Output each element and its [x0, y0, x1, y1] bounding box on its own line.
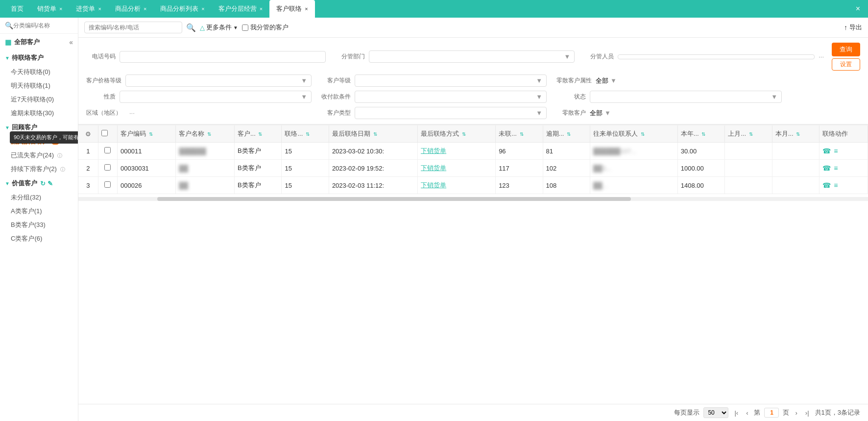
- row-checkbox-1[interactable]: [104, 147, 111, 153]
- sidebar-item-today-pending[interactable]: 今天待联络(0): [0, 65, 78, 79]
- filter-inline-select-retail-attr[interactable]: 全部 ▼: [596, 76, 617, 85]
- settings-button[interactable]: 设置: [832, 58, 860, 71]
- filter-select-person[interactable]: [618, 54, 815, 59]
- tab-goods-analysis-list-close[interactable]: ×: [201, 6, 204, 12]
- dots-icon-region[interactable]: ···: [129, 109, 135, 117]
- query-button[interactable]: 查询: [832, 43, 860, 56]
- sidebar-item-churned[interactable]: 已流失客户(24) ⓘ: [0, 149, 78, 162]
- more-action-icon-2[interactable]: ≡: [834, 164, 838, 172]
- my-customers-checkbox[interactable]: [242, 25, 248, 31]
- sidebar-search-icon: 🔍: [5, 22, 13, 29]
- sidebar-group-pending[interactable]: ▼ 待联络客户: [0, 50, 78, 65]
- filter-search-input[interactable]: [84, 22, 182, 33]
- last-page-button[interactable]: ›|: [803, 408, 811, 418]
- more-action-icon-1[interactable]: ≡: [834, 147, 838, 155]
- link-last-contact-method-3[interactable]: 下销货单: [421, 181, 446, 189]
- filter-select-payment[interactable]: ▼: [355, 91, 547, 103]
- table-row: 1 000011 ██████ B类客户 15 2023-03-02 10:30…: [78, 143, 868, 160]
- sidebar-item-class-a[interactable]: A类客户(1): [0, 204, 78, 218]
- next-page-button[interactable]: ›: [793, 408, 799, 418]
- select-all-checkbox[interactable]: [101, 130, 108, 136]
- edit-icon[interactable]: ✎: [48, 180, 53, 187]
- col-overdue[interactable]: 逾期... ⇅: [543, 125, 590, 143]
- filter-select-customer-type[interactable]: ▼: [355, 107, 547, 119]
- tab-customer-contact-close[interactable]: ×: [305, 6, 308, 12]
- sidebar-item-ungrouped[interactable]: 未分组(32): [0, 191, 78, 204]
- sidebar-all-customers[interactable]: ▦ 全部客户 «: [0, 34, 78, 50]
- col-last-contact-method[interactable]: 最后联络方式 ⇅: [418, 125, 496, 143]
- tab-goods-analysis[interactable]: 商品分析 ×: [108, 0, 153, 18]
- col-last-contact-date[interactable]: 最后联络日期 ⇅: [329, 125, 417, 143]
- col-checkbox[interactable]: [98, 125, 118, 143]
- cell-last-contact-method-1[interactable]: 下销货单: [418, 143, 496, 160]
- contact-icon-1[interactable]: ☎: [822, 147, 831, 155]
- sidebar-item-overdue-pending[interactable]: 逾期未联络(30): [0, 106, 78, 120]
- contact-icon-2[interactable]: ☎: [822, 164, 831, 172]
- blurred-name-2: ██: [179, 165, 188, 172]
- filter-input-phone[interactable]: [120, 51, 326, 63]
- col-contact[interactable]: 联络... ⇅: [282, 125, 329, 143]
- cell-check-3[interactable]: [98, 177, 118, 194]
- col-settings[interactable]: ⚙: [78, 125, 98, 143]
- row-checkbox-2[interactable]: [104, 164, 111, 171]
- sidebar-item-declining[interactable]: 持续下滑客户(2) ⓘ: [0, 162, 78, 176]
- cell-last-contact-date-2: 2023-02-09 19:52:: [329, 160, 417, 177]
- col-last-month[interactable]: 上月... ⇅: [725, 125, 772, 143]
- dots-icon-person[interactable]: ···: [819, 53, 824, 60]
- tab-purchase-close[interactable]: ×: [98, 6, 101, 12]
- link-last-contact-method-2[interactable]: 下销货单: [421, 164, 446, 172]
- sidebar-group-value[interactable]: ▼ 价值客户 ↻ ✎: [0, 176, 78, 191]
- col-code-label: 客户编码: [121, 130, 146, 137]
- filter-select-dept[interactable]: ▼: [369, 50, 575, 63]
- tab-home[interactable]: 首页: [4, 0, 30, 18]
- tab-sales-close[interactable]: ×: [59, 6, 62, 12]
- tab-customer-tier[interactable]: 客户分层经营 ×: [212, 0, 269, 18]
- my-customers-checkbox-label[interactable]: 我分管的客户: [242, 23, 289, 32]
- col-uncontact[interactable]: 未联... ⇅: [496, 125, 543, 143]
- sidebar-item-class-b[interactable]: B类客户(33): [0, 218, 78, 232]
- link-last-contact-method-1[interactable]: 下销货单: [421, 147, 446, 154]
- filter-select-price-tier[interactable]: ▼: [125, 74, 312, 87]
- tab-sales[interactable]: 销货单 ×: [30, 0, 69, 18]
- sidebar-item-tomorrow-pending[interactable]: 明天待联络(1): [0, 79, 78, 93]
- col-name[interactable]: 客户名称 ⇅: [176, 125, 234, 143]
- row-checkbox-3[interactable]: [104, 181, 111, 188]
- per-page-select[interactable]: 50 100: [703, 407, 728, 418]
- sidebar-collapse-button[interactable]: «: [69, 38, 73, 46]
- close-all-tabs-button[interactable]: ×: [852, 4, 864, 13]
- page-number-input[interactable]: [764, 408, 779, 418]
- col-this-month[interactable]: 本月... ⇅: [772, 125, 819, 143]
- filter-search-button[interactable]: 🔍: [186, 23, 196, 32]
- cell-last-contact-method-2[interactable]: 下销货单: [418, 160, 496, 177]
- filter-select-customer-tier[interactable]: ▼: [355, 74, 547, 87]
- sidebar-item-class-c[interactable]: C类客户(6): [0, 232, 78, 246]
- table-row: 3 000026 ██ B类客户 15 2023-02-03 11:12: 下销…: [78, 177, 868, 194]
- tab-customer-contact-label: 客户联络: [276, 4, 302, 13]
- horizontal-scrollbar-track[interactable]: [78, 197, 868, 201]
- export-button[interactable]: ↑ 导出: [844, 23, 862, 32]
- tab-customer-tier-close[interactable]: ×: [260, 6, 263, 12]
- sidebar-search-input[interactable]: [13, 22, 78, 29]
- filter-inline-select-retail[interactable]: 全部 ▼: [590, 109, 611, 118]
- col-unit-contact[interactable]: 往来单位联系人 ⇅: [590, 125, 678, 143]
- contact-icon-3[interactable]: ☎: [822, 181, 831, 189]
- filter-select-status[interactable]: ▼: [590, 91, 782, 103]
- tab-customer-contact[interactable]: 客户联络 ×: [269, 0, 314, 18]
- col-type[interactable]: 客户... ⇅: [234, 125, 281, 143]
- refresh-icon[interactable]: ↻: [40, 180, 46, 187]
- cell-check-1[interactable]: [98, 143, 118, 160]
- col-code[interactable]: 客户编码 ⇅: [118, 125, 176, 143]
- cell-check-2[interactable]: [98, 160, 118, 177]
- tab-purchase[interactable]: 进货单 ×: [69, 0, 108, 18]
- more-action-icon-3[interactable]: ≡: [834, 181, 838, 189]
- sidebar-item-7day-pending[interactable]: 近7天待联络(0): [0, 93, 78, 106]
- more-conditions-button[interactable]: △ 更多条件 ▼: [200, 23, 238, 32]
- first-page-button[interactable]: |‹: [732, 408, 740, 418]
- horizontal-scrollbar-thumb[interactable]: [157, 197, 631, 201]
- cell-last-contact-method-3[interactable]: 下销货单: [418, 177, 496, 194]
- tab-goods-analysis-list[interactable]: 商品分析列表 ×: [153, 0, 211, 18]
- filter-select-nature[interactable]: ▼: [120, 91, 312, 103]
- col-this-year[interactable]: 本年... ⇅: [677, 125, 724, 143]
- prev-page-button[interactable]: ‹: [744, 408, 750, 418]
- tab-goods-analysis-close[interactable]: ×: [144, 6, 146, 12]
